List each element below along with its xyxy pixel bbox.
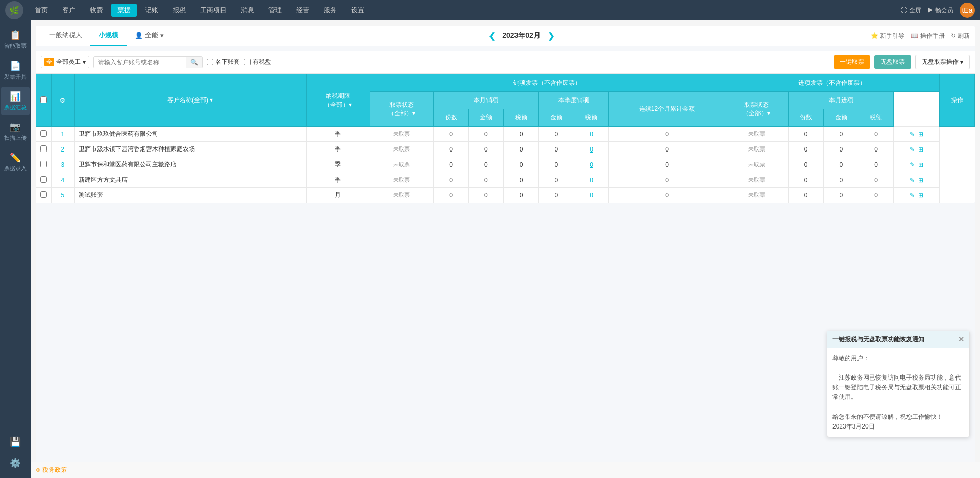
sub-account-checkbox[interactable]: 名下账套	[207, 58, 240, 66]
select-all-checkbox[interactable]	[40, 96, 47, 103]
row-checkbox[interactable]	[40, 130, 47, 137]
view-icon[interactable]: ⊞	[918, 146, 923, 153]
th-purchase-month-shares: 份数	[789, 109, 824, 127]
th-purchase-month-tax: 税额	[859, 109, 894, 127]
row-tax-period: 季	[306, 172, 370, 188]
nav-home[interactable]: 首页	[29, 4, 54, 17]
nav-client[interactable]: 客户	[56, 4, 82, 17]
row-purchase-tax: 0	[859, 142, 894, 157]
nav-settings[interactable]: 设置	[345, 4, 371, 17]
svg-text:🌿: 🌿	[9, 6, 19, 15]
view-icon[interactable]: ⊞	[918, 131, 923, 138]
avatar[interactable]: tEa	[960, 3, 975, 18]
prev-period-btn[interactable]: ❮	[485, 30, 498, 42]
search-input[interactable]	[94, 57, 186, 68]
one-click-fetch-btn[interactable]: 一键取票	[834, 55, 870, 69]
sidebar-item-invoice-open[interactable]: 📄 发票开具	[1, 56, 30, 85]
tax-disk-label: 有税盘	[253, 58, 271, 66]
row-year-cumulative: 0	[609, 157, 725, 172]
tax-policy-link[interactable]: ⊙ 税务政策	[36, 466, 67, 474]
row-checkbox[interactable]	[40, 191, 47, 198]
th-checkbox	[36, 74, 52, 127]
th-year-cumulative: 连续12个月累计金额	[609, 92, 725, 127]
notification-popup: 一键报税与无盘取票功能恢复通知 ✕ 尊敬的用户： 江苏政务网已恢复访问电子税务局…	[827, 331, 970, 438]
row-year-cumulative: 0	[609, 172, 725, 188]
employee-select[interactable]: 全 全部员工 ▾	[41, 56, 89, 68]
tax-disk-check[interactable]	[244, 59, 251, 65]
smart-fetch-icon: 📋	[10, 30, 21, 41]
row-tax-period: 季	[306, 157, 370, 172]
row-tax-period: 季	[306, 127, 370, 142]
row-sales-status: 未取票	[370, 188, 433, 203]
employee-select-label: 全部员工	[56, 58, 81, 66]
nav-fee[interactable]: 收费	[84, 4, 109, 17]
sidebar-label-invoice-open: 发票开具	[4, 73, 27, 81]
row-month-shares: 0	[433, 127, 469, 142]
notification-text: 尊敬的用户： 江苏政务网已恢复访问电子税务局功能，意代账一键登陆电子税务局与无盘…	[832, 354, 964, 432]
nav-tax[interactable]: 报税	[166, 4, 192, 17]
row-purchase-amount: 0	[823, 157, 859, 172]
row-purchase-status: 未取票	[725, 157, 788, 172]
no-disk-op-label: 无盘取票操作	[922, 58, 959, 66]
row-checkbox[interactable]	[40, 176, 47, 183]
no-disk-operation-btn[interactable]: 无盘取票操作 ▾	[915, 55, 970, 69]
row-checkbox-cell	[36, 127, 52, 142]
view-icon[interactable]: ⊞	[918, 192, 923, 199]
vip-btn[interactable]: ▶ 畅会员	[927, 6, 953, 15]
search-button[interactable]: 🔍	[186, 57, 202, 68]
edit-icon[interactable]: ✎	[910, 177, 915, 184]
fullscreen-btn[interactable]: ⛶ 全屏	[901, 6, 921, 15]
row-sales-status: 未取票	[370, 172, 433, 188]
sidebar-item-download[interactable]: 💾	[1, 432, 30, 451]
nav-service[interactable]: 服务	[317, 4, 343, 17]
th-customer-name: 客户名称(全部) ▾	[74, 74, 306, 127]
sidebar-item-scan-upload[interactable]: 📷 扫描上传	[1, 117, 30, 146]
th-sales-status: 取票状态（全部）▾	[370, 92, 433, 127]
sidebar-item-smart-fetch[interactable]: 📋 智能取票	[1, 26, 30, 54]
row-action-cell: ✎ ⊞	[894, 127, 940, 142]
sub-account-check[interactable]	[207, 59, 213, 65]
nav-right: ⛶ 全屏 ▶ 畅会员 tEa	[901, 3, 975, 18]
edit-icon[interactable]: ✎	[910, 131, 915, 138]
manual-btn[interactable]: 📖 操作手册	[911, 32, 944, 40]
table-row: 3 卫辉市保和堂医药有限公司主辙路店 季 未取票 0 0 0 0 0 0 未取票…	[36, 157, 975, 172]
view-icon[interactable]: ⊞	[918, 177, 923, 184]
row-quarter-tax: 0	[574, 157, 609, 172]
nav-bookkeeping[interactable]: 记账	[139, 4, 164, 17]
refresh-btn[interactable]: ↻ 刷新	[951, 32, 970, 40]
tab-small-scale[interactable]: 小规模	[90, 26, 127, 46]
customer-search[interactable]: 🔍	[93, 56, 203, 68]
next-period-btn[interactable]: ❯	[545, 30, 557, 42]
nav-operation[interactable]: 经营	[290, 4, 315, 17]
row-checkbox[interactable]	[40, 161, 47, 167]
view-icon[interactable]: ⊞	[918, 161, 923, 168]
edit-icon[interactable]: ✎	[910, 146, 915, 153]
row-quarter-amount: 0	[538, 142, 574, 157]
app-logo[interactable]: 🌿	[5, 1, 23, 19]
no-disk-fetch-btn[interactable]: 无盘取票	[874, 55, 911, 69]
tab-all-capable[interactable]: 👤 全能 ▾	[127, 26, 172, 46]
row-purchase-amount: 0	[823, 127, 859, 142]
sidebar-label-smart-fetch: 智能取票	[4, 42, 27, 50]
nav-manage[interactable]: 管理	[262, 4, 288, 17]
table-row: 4 新建区方方文具店 季 未取票 0 0 0 0 0 0 未取票 0 0 0 ✎…	[36, 172, 975, 188]
tax-disk-checkbox[interactable]: 有税盘	[244, 58, 271, 66]
sidebar-bottom: 💾 ⚙️	[1, 432, 30, 478]
row-month-tax: 0	[504, 188, 539, 203]
sidebar-item-invoice-summary[interactable]: 📊 票据汇总	[1, 87, 30, 115]
sidebar-item-invoice-entry[interactable]: ✏️ 票据录入	[1, 148, 30, 177]
row-month-amount: 0	[469, 157, 504, 172]
nav-invoice[interactable]: 票据	[111, 4, 137, 17]
tabs-center: ❮ 2023年02月 ❯	[172, 30, 871, 42]
new-guide-btn[interactable]: ⭐ 新手引导	[871, 32, 904, 40]
edit-icon[interactable]: ✎	[910, 161, 915, 168]
tab-general-taxpayer[interactable]: 一般纳税人	[41, 26, 90, 46]
edit-icon[interactable]: ✎	[910, 192, 915, 199]
settings-icon: ⚙️	[10, 458, 21, 469]
sidebar-item-settings[interactable]: ⚙️	[1, 454, 30, 473]
row-tax-period: 季	[306, 142, 370, 157]
row-checkbox[interactable]	[40, 145, 47, 152]
nav-business[interactable]: 工商项目	[194, 4, 233, 17]
nav-message[interactable]: 消息	[235, 4, 260, 17]
notification-close-btn[interactable]: ✕	[958, 335, 964, 343]
